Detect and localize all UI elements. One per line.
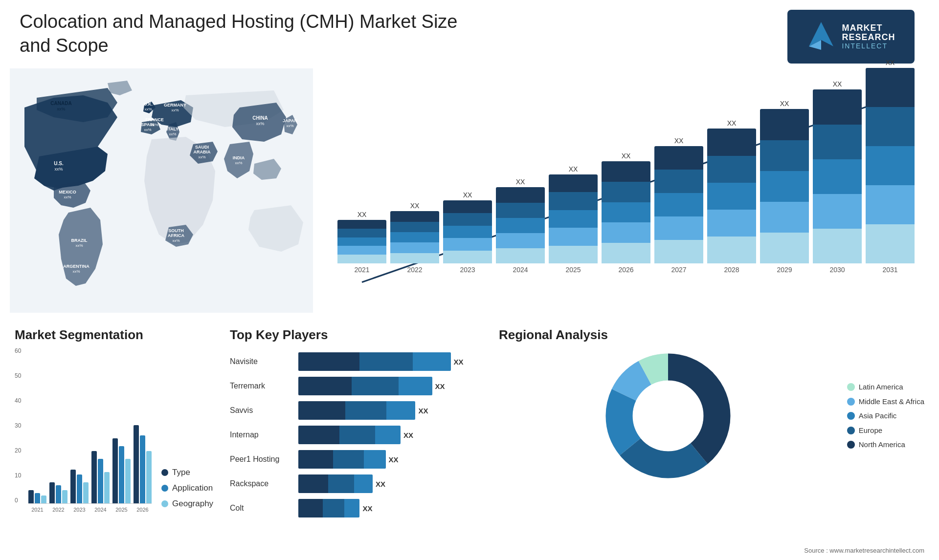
seg-bar <box>28 490 34 503</box>
bar-segment-3 <box>496 233 545 248</box>
seg-bar <box>41 495 46 503</box>
svg-text:xx%: xx% <box>144 107 152 111</box>
player-bar-seg-2 <box>354 474 373 493</box>
growth-bar-group: XX2028 <box>707 119 756 274</box>
player-bar-seg-2 <box>344 499 359 517</box>
player-bar <box>298 499 359 517</box>
player-bar-seg-0 <box>298 426 339 444</box>
bar-xx-label: XX <box>780 100 789 108</box>
canada-label: CANADA <box>50 101 71 106</box>
segmentation-section: Market Segmentation 60 50 40 30 20 10 0 <box>10 327 220 557</box>
donut-svg <box>600 347 737 484</box>
legend-label: Geography <box>172 499 213 509</box>
player-bar <box>298 352 451 371</box>
bar-xx-label: XX <box>516 178 525 186</box>
player-xx: XX <box>389 455 399 464</box>
bar-segment-2 <box>337 237 386 246</box>
regional-legend-label: Middle East & Africa <box>859 397 924 407</box>
italy-label: ITALY <box>167 127 179 131</box>
argentina-label: ARGENTINA <box>63 264 89 269</box>
bar-stack <box>866 68 915 263</box>
bar-segment-1 <box>337 229 386 237</box>
svg-text:xx%: xx% <box>57 107 65 111</box>
bar-stack <box>337 220 386 263</box>
year-label: 2028 <box>724 266 739 274</box>
player-xx: XX <box>362 504 372 513</box>
player-bar-container: XX <box>298 377 484 395</box>
seg-bar <box>35 493 40 503</box>
seg-bar <box>125 459 131 503</box>
bar-segment-0 <box>337 220 386 229</box>
player-bar-seg-2 <box>413 352 451 371</box>
bar-segment-1 <box>602 182 650 202</box>
player-bar-seg-1 <box>359 352 413 371</box>
svg-text:xx%: xx% <box>235 161 242 165</box>
logo-text: MARKET RESEARCH INTELLECT <box>842 23 895 50</box>
regional-legend-dot <box>847 383 855 391</box>
regional-legend-item: Latin America <box>847 382 924 392</box>
player-bar <box>298 377 432 395</box>
bar-segment-0 <box>390 211 439 221</box>
seg-bar <box>77 474 82 503</box>
seg-bar <box>104 472 110 503</box>
bar-segment-4 <box>707 237 756 263</box>
bar-segment-2 <box>654 193 703 216</box>
player-name: Colt <box>230 504 293 513</box>
players-title: Top Key Players <box>230 327 484 343</box>
seg-bar <box>83 482 89 503</box>
y-label-0: 0 <box>15 497 27 504</box>
logo-line3: INTELLECT <box>842 43 895 50</box>
bar-segment-1 <box>496 203 545 218</box>
svg-text:xx%: xx% <box>286 124 293 128</box>
bar-segment-4 <box>549 246 598 263</box>
seg-bar-group <box>28 347 46 503</box>
player-bar-container: XX <box>298 499 484 517</box>
bar-segment-4 <box>390 253 439 263</box>
growth-bar-group: XX2023 <box>443 191 492 274</box>
svg-text:xx%: xx% <box>256 121 264 126</box>
seg-bar-group <box>134 347 152 503</box>
player-bar-seg-0 <box>298 401 345 420</box>
growth-bar-group: XX2024 <box>496 178 545 274</box>
player-bar-seg-1 <box>333 450 364 469</box>
bar-segment-3 <box>602 222 650 243</box>
player-bar-seg-1 <box>323 499 344 517</box>
header: Colocation and Managed Hosting (CMH) Mar… <box>0 0 939 68</box>
svg-text:xx%: xx% <box>169 132 176 136</box>
seg-x-label: 2026 <box>134 507 152 513</box>
germany-label: GERMANY <box>164 103 186 108</box>
player-bar-seg-1 <box>328 474 354 493</box>
player-row: NavisiteXX <box>230 352 484 371</box>
seg-legend: TypeApplicationGeography <box>152 468 213 523</box>
bar-xx-label: XX <box>674 137 684 145</box>
bar-segment-0 <box>866 68 915 107</box>
player-bar-container: XX <box>298 474 484 493</box>
bottom-content: Market Segmentation 60 50 40 30 20 10 0 <box>0 323 939 560</box>
bar-stack <box>602 161 650 263</box>
player-row: InternapXX <box>230 426 484 444</box>
player-bar-container: XX <box>298 426 484 444</box>
player-row: Peer1 HostingXX <box>230 450 484 469</box>
player-xx: XX <box>435 382 445 390</box>
player-row: SavvisXX <box>230 401 484 420</box>
donut-chart <box>600 347 737 484</box>
south-africa-label: SOUTH <box>168 228 184 233</box>
china-label: CHINA <box>252 115 268 121</box>
player-xx: XX <box>403 431 413 439</box>
player-name: Peer1 Hosting <box>230 455 293 464</box>
bar-segment-0 <box>760 109 809 140</box>
svg-point-29 <box>633 381 703 451</box>
bar-segment-2 <box>813 159 862 194</box>
growth-bar-group: XX2021 <box>337 211 386 274</box>
regional-layout: Latin AmericaMiddle East & AfricaAsia Pa… <box>499 347 924 484</box>
player-bar-seg-0 <box>298 377 352 395</box>
bar-stack <box>654 146 703 263</box>
growth-bar-group: XX2030 <box>813 80 862 274</box>
page-title: Colocation and Managed Hosting (CMH) Mar… <box>20 10 460 58</box>
growth-bar-group: XX2031 <box>866 59 915 274</box>
svg-text:ARABIA: ARABIA <box>194 150 211 154</box>
bar-segment-0 <box>654 146 703 170</box>
bar-segment-4 <box>443 251 492 263</box>
player-bar <box>298 474 373 493</box>
bar-segment-1 <box>654 170 703 193</box>
